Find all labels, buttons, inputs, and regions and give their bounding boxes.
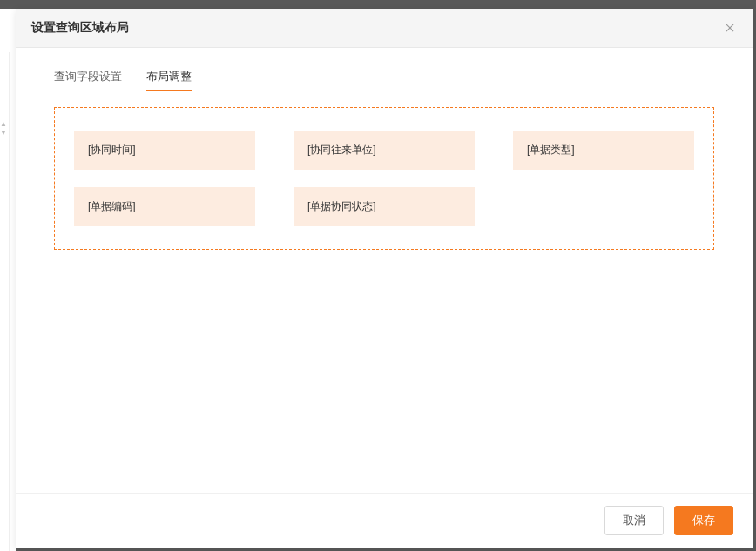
field-item-document-code[interactable]: [单据编码]: [74, 187, 255, 226]
background-stepper: ▲▼: [0, 118, 10, 139]
background-panel: [0, 9, 16, 551]
field-item-collaboration-time[interactable]: [协同时间]: [74, 131, 255, 170]
field-item-document-collab-status[interactable]: [单据协同状态]: [294, 187, 475, 226]
modal-footer: 取消 保存: [16, 493, 753, 548]
save-button[interactable]: 保存: [674, 506, 733, 535]
modal-title: 设置查询区域布局: [31, 20, 129, 36]
field-item-collaboration-partner[interactable]: [协同往来单位]: [294, 131, 475, 170]
modal-body: 查询字段设置 布局调整 [协同时间] [协同往来单位] [单据类型] [单据编码…: [16, 48, 753, 493]
cancel-button[interactable]: 取消: [604, 506, 664, 535]
tab-query-field-settings[interactable]: 查询字段设置: [54, 69, 122, 91]
close-icon[interactable]: [723, 21, 737, 35]
modal-header: 设置查询区域布局: [16, 9, 753, 48]
tab-layout-adjust[interactable]: 布局调整: [146, 69, 192, 91]
tabs: 查询字段设置 布局调整: [54, 69, 714, 91]
layout-drop-zone[interactable]: [协同时间] [协同往来单位] [单据类型] [单据编码] [单据协同状态]: [54, 107, 714, 250]
field-grid: [协同时间] [协同往来单位] [单据类型] [单据编码] [单据协同状态]: [74, 131, 694, 226]
modal-dialog: 设置查询区域布局 查询字段设置 布局调整 [协同时间] [协同往来单位] [单据…: [16, 9, 753, 548]
field-item-document-type[interactable]: [单据类型]: [513, 131, 694, 170]
